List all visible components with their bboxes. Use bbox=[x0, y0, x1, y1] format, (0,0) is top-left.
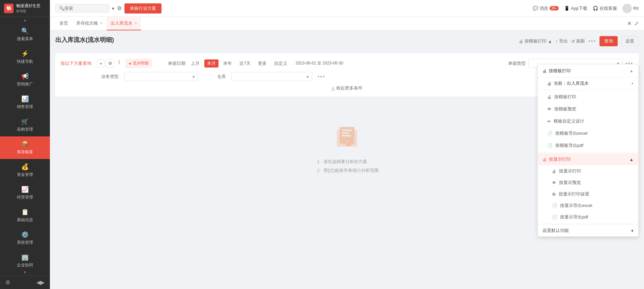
date-custom[interactable]: 自定义 bbox=[271, 59, 290, 68]
tab-batch-ledger-close[interactable]: × bbox=[100, 21, 103, 26]
collapse-icon[interactable]: ◀▶ bbox=[36, 279, 45, 286]
tab-inventory-flow-close[interactable]: × bbox=[135, 21, 137, 26]
tabs-bar: 首页 库存批次账 × 出入库流水 × ✕ ⤢ bbox=[50, 17, 644, 30]
message-btn[interactable]: 💬 消息 99+ bbox=[533, 5, 559, 11]
sidebar-label-enterprise: 企业协同 bbox=[17, 262, 33, 268]
sidebar-nav: 🔍 搜索菜单 ⚡ 快捷导航 📢 营销推广 📊 销售管理 🛒 采购管理 📦 库存核… bbox=[0, 23, 50, 269]
dropdown-item-display-excel[interactable]: 📄 按显示导出excel bbox=[538, 200, 638, 211]
sidebar-item-marketing[interactable]: 📢 营销推广 bbox=[0, 69, 50, 91]
dropdown-item-template-pdf[interactable]: 📄 按模板导出pdf bbox=[538, 139, 638, 152]
logo-text: 畅捷通好生意 标准版 bbox=[16, 3, 40, 13]
warehouse-select-wrapper bbox=[231, 72, 312, 81]
business-type-select-wrapper bbox=[124, 72, 198, 81]
tab-inventory-flow[interactable]: 出入库流水 × bbox=[107, 17, 141, 30]
tab-batch-ledger[interactable]: 库存批次账 × bbox=[72, 17, 107, 30]
sidebar-item-system[interactable]: ⚙️ 系统管理 bbox=[0, 227, 50, 249]
item-icon-display-print: 🖨 bbox=[552, 169, 556, 174]
search-input[interactable] bbox=[64, 6, 105, 11]
message-badge: 99+ bbox=[550, 6, 559, 10]
sidebar-item-inventory[interactable]: 📦 库存核算 bbox=[0, 136, 50, 159]
sidebar-label-marketing: 营销推广 bbox=[17, 81, 33, 87]
topbar-left: 🔍 ▾ ⚙ 体验行业方案 bbox=[55, 3, 162, 14]
sidebar-icon-search-menu: 🔍 bbox=[21, 27, 29, 35]
dropdown-section-display-print[interactable]: 🖨 按显示打印 ▲ bbox=[538, 153, 638, 165]
sidebar-icon-system: ⚙️ bbox=[21, 231, 29, 238]
industry-btn[interactable]: 体验行业方案 bbox=[124, 3, 162, 14]
online-service-btn[interactable]: 🎧 在线客服 bbox=[593, 5, 617, 11]
item-icon-excel1: 📄 bbox=[547, 131, 553, 136]
sidebar-item-quick-nav[interactable]: ⚡ 快捷导航 bbox=[0, 46, 50, 69]
filter-settings-btn[interactable]: ⚙ bbox=[106, 59, 114, 68]
query-btn[interactable]: 查询 bbox=[599, 36, 618, 46]
current-label: 当前：出入库流水 bbox=[554, 80, 589, 86]
sidebar-label-operations: 经营管理 bbox=[17, 194, 33, 200]
dropdown-item-template-excel[interactable]: 📄 按模板导出excel bbox=[538, 127, 638, 139]
dropdown-collapse-arrow[interactable]: ▲ bbox=[630, 69, 634, 73]
sidebar-icon-inventory: 📦 bbox=[21, 140, 29, 148]
export-btn[interactable]: ↑ 导出 bbox=[556, 38, 568, 44]
sidebar-icon-purchase: 🛒 bbox=[21, 118, 29, 125]
filter-tag-flow-detail[interactable]: ● 流水明细 bbox=[126, 59, 152, 68]
warehouse-select[interactable] bbox=[231, 72, 312, 81]
filter-tag-icon: ● bbox=[129, 61, 131, 66]
filter-add-btn[interactable]: + bbox=[97, 59, 105, 68]
sidebar-item-search-menu[interactable]: 🔍 搜索菜单 bbox=[0, 23, 50, 46]
warehouse-more[interactable]: ••• bbox=[318, 74, 325, 80]
divider-2 bbox=[538, 152, 638, 153]
tab-home[interactable]: 首页 bbox=[55, 17, 72, 30]
date-last-7-days[interactable]: 近7天 bbox=[237, 59, 253, 68]
business-type-select[interactable] bbox=[124, 72, 198, 81]
dropdown-item-display-preview[interactable]: 👁 按显示预览 bbox=[538, 177, 638, 188]
sidebar-item-finance[interactable]: 💰 资金管理 bbox=[0, 159, 50, 182]
dropdown-item-template-print[interactable]: 🖨 按模板打印 bbox=[538, 91, 638, 103]
sidebar-icon-sales: 📊 bbox=[21, 95, 29, 103]
sidebar-label-purchase: 采购管理 bbox=[17, 127, 33, 132]
sidebar-item-enterprise[interactable]: 🏢 企业协同 bbox=[0, 249, 50, 269]
sidebar-label-quick-nav: 快捷导航 bbox=[17, 59, 33, 64]
sidebar-scroll-down[interactable]: ▼ bbox=[0, 269, 50, 275]
user-avatar-area[interactable]: Rit bbox=[622, 4, 639, 13]
business-type-label: 业务类型 bbox=[101, 74, 119, 80]
close-window-btn[interactable]: ✕ bbox=[627, 20, 632, 27]
sidebar-item-sales[interactable]: 📊 销售管理 bbox=[0, 91, 50, 114]
date-more[interactable]: 更多 bbox=[255, 59, 269, 68]
sidebar-item-operations[interactable]: 📈 经营管理 bbox=[0, 182, 50, 204]
dropdown-item-template-preview[interactable]: 👁 按模板预览 bbox=[538, 103, 638, 115]
export-icon: ↑ bbox=[556, 39, 558, 44]
more-options-btn[interactable]: ••• bbox=[588, 38, 596, 44]
date-current-year[interactable]: 本年 bbox=[221, 59, 235, 68]
message-icon: 💬 bbox=[533, 6, 538, 11]
svg-rect-3 bbox=[342, 132, 349, 134]
user-name: Rit bbox=[633, 6, 639, 11]
collapse-arrow: △ bbox=[331, 86, 335, 91]
filter-collapse-btn[interactable]: 《 bbox=[116, 59, 120, 68]
svg-rect-4 bbox=[342, 135, 351, 136]
expand-window-btn[interactable]: ⤢ bbox=[634, 20, 639, 27]
dropdown-item-display-settings[interactable]: ⚙ 按显示打印设置 bbox=[538, 188, 638, 200]
item-icon-pdf1: 📄 bbox=[547, 143, 553, 148]
filter-controls: + ⚙ 《 bbox=[97, 59, 120, 68]
date-current-month[interactable]: 本月 bbox=[204, 59, 218, 68]
refresh-btn[interactable]: ↺ 刷新 bbox=[571, 38, 585, 44]
search-box[interactable]: 🔍 bbox=[55, 4, 109, 12]
dropdown-footer[interactable]: 设置默认功能 ▾ bbox=[538, 225, 638, 236]
sidebar-label-inventory: 库存核算 bbox=[17, 149, 33, 155]
sidebar-item-basics[interactable]: 📋 基础信息 bbox=[0, 204, 50, 227]
filter-collapse-row[interactable]: △ 收起更多条件 bbox=[331, 85, 362, 91]
item-icon-custom: ✏ bbox=[547, 119, 551, 124]
dropdown-current[interactable]: 🖨 当前：出入库流水 ▾ bbox=[538, 78, 638, 89]
section-icon: 🖨 bbox=[543, 157, 547, 162]
sidebar-scroll-up[interactable]: ▲ bbox=[0, 17, 50, 23]
settings-icon[interactable]: ⚙ bbox=[5, 279, 10, 286]
topbar-gear-icon[interactable]: ⚙ bbox=[117, 5, 122, 11]
app-download-btn[interactable]: 📱 App下载 bbox=[564, 5, 587, 11]
print-template-btn[interactable]: 🖨 按模板打印 ▲ bbox=[519, 38, 552, 44]
printer-icon: 🖨 bbox=[519, 39, 523, 44]
dropdown-item-display-pdf[interactable]: 📄 按显示导出pdf bbox=[538, 211, 638, 223]
date-prev-month[interactable]: 上月 bbox=[188, 59, 202, 68]
dropdown-item-template-custom[interactable]: ✏ 模板自定义设计 bbox=[538, 115, 638, 127]
sidebar-item-purchase[interactable]: 🛒 采购管理 bbox=[0, 114, 50, 136]
search-dropdown-icon[interactable]: ▾ bbox=[112, 6, 114, 11]
settings-btn[interactable]: 设置 bbox=[621, 36, 639, 46]
dropdown-item-display-print[interactable]: 🖨 按显示打印 bbox=[538, 165, 638, 177]
